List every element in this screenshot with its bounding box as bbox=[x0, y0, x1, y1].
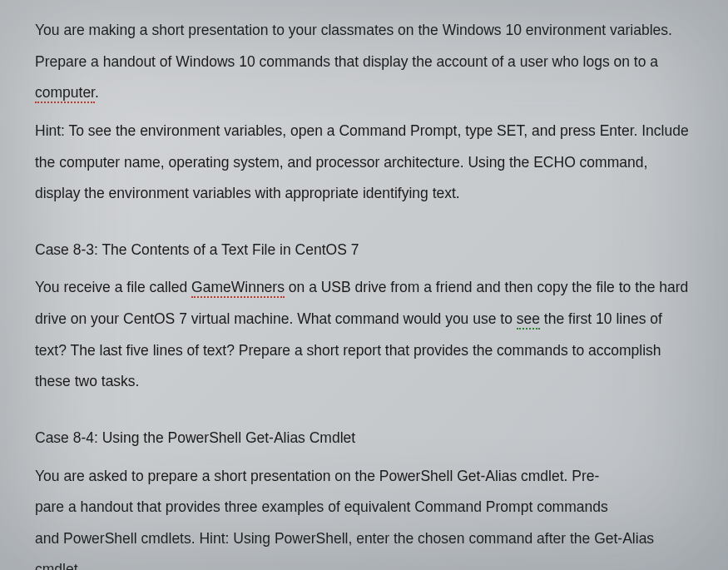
spellcheck-underline: computer bbox=[35, 84, 95, 103]
text-run: Hint: To see the environment variables, … bbox=[35, 122, 689, 201]
case-8-3-title: Case 8-3: The Contents of a Text File in… bbox=[35, 235, 696, 266]
case-8-4-line3: and PowerShell cmdlets. Hint: Using Powe… bbox=[35, 523, 696, 570]
text-run: You are asked to prepare a short present… bbox=[35, 468, 599, 484]
heading-text: Case 8-4: Using the PowerShell Get-Alias… bbox=[35, 429, 355, 446]
text-run: pare a handout that provides three examp… bbox=[35, 498, 608, 515]
text-run: You receive a file called bbox=[35, 279, 191, 295]
intro-paragraph: You are making a short presentation to y… bbox=[35, 15, 696, 109]
case-8-4-title: Case 8-4: Using the PowerShell Get-Alias… bbox=[35, 423, 696, 454]
grammar-underline: see bbox=[517, 310, 540, 330]
case-8-4-line1: You are asked to prepare a short present… bbox=[35, 461, 696, 493]
hint-paragraph: Hint: To see the environment variables, … bbox=[35, 116, 696, 210]
case-8-3-body: You receive a file called GameWinners on… bbox=[35, 272, 696, 398]
spellcheck-underline: GameWinners bbox=[191, 279, 285, 298]
document-page: You are making a short presentation to y… bbox=[0, 0, 728, 570]
text-run: You are making a short presentation to y… bbox=[35, 22, 672, 70]
heading-text: Case 8-3: The Contents of a Text File in… bbox=[35, 241, 359, 258]
text-run: . bbox=[95, 84, 99, 101]
text-run: and PowerShell cmdlets. Hint: Using Powe… bbox=[35, 530, 654, 570]
case-8-4-line2: pare a handout that provides three examp… bbox=[35, 492, 696, 523]
